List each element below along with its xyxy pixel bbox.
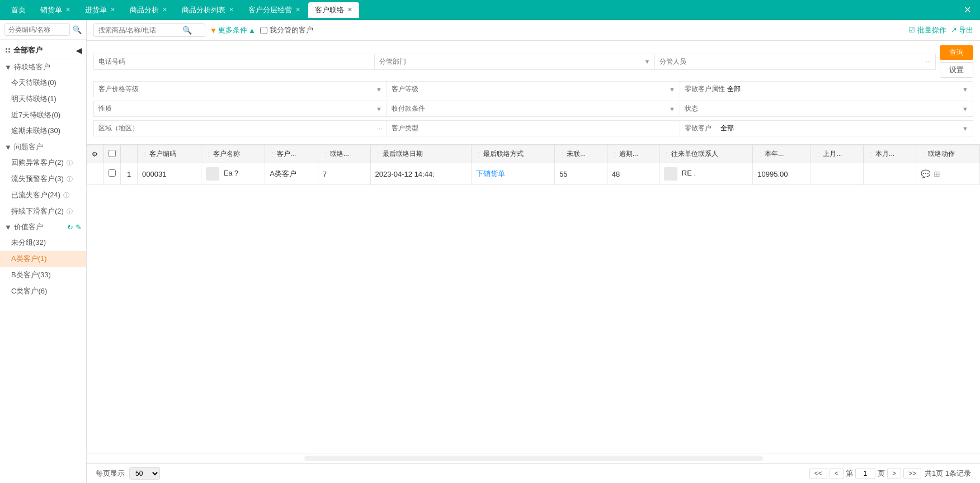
filter-status-dropdown[interactable]: ▼ <box>962 106 968 112</box>
filter-customer-level-dropdown[interactable]: ▼ <box>669 86 675 93</box>
tab-customer-contact-close[interactable]: ✕ <box>347 6 352 13</box>
my-customers-checkbox[interactable] <box>260 27 267 34</box>
page-size-label: 每页显示 <box>96 468 125 479</box>
col-this-year-header[interactable]: ⋮本年... <box>753 145 811 163</box>
query-button[interactable]: 查询 <box>940 45 973 60</box>
filter-status-input[interactable] <box>718 105 960 113</box>
filter-sparse-attr-dropdown[interactable]: ▼ <box>962 86 968 93</box>
col-last-date-header[interactable]: ⋮最后联络日期 <box>370 145 471 163</box>
filter-person-ellipsis[interactable]: ··· <box>926 58 931 65</box>
col-customer-code-header[interactable]: ⋮客户编码 <box>138 145 201 163</box>
filter-dept-dropdown[interactable]: ▼ <box>644 58 650 65</box>
sidebar-item-overdue[interactable]: 逾期未联络(30) <box>0 123 86 139</box>
sidebar-pending-section[interactable]: ▼ 待联络客户 <box>0 59 86 75</box>
horizontal-scroll-track[interactable] <box>304 456 763 461</box>
sidebar-item-a-class[interactable]: A类客户(1) <box>0 251 86 267</box>
tab-purchase[interactable]: 进货单 ✕ <box>78 2 122 18</box>
customer-avatar <box>206 167 219 181</box>
col-settings-header[interactable]: ⚙ <box>87 145 104 163</box>
last-method-link[interactable]: 下销货单 <box>476 169 505 178</box>
edit-icon[interactable]: ✎ <box>76 223 82 231</box>
sidebar-search-icon[interactable]: 🔍 <box>72 25 82 34</box>
filter-payment-dropdown[interactable]: ▼ <box>669 106 675 112</box>
filter-region-ellipsis[interactable]: ··· <box>377 125 382 132</box>
export-button[interactable]: ↗ 导出 <box>951 25 973 35</box>
window-close-button[interactable]: ✕ <box>959 4 976 15</box>
prev-page-button[interactable]: < <box>830 468 844 479</box>
tab-analysis-list-close[interactable]: ✕ <box>229 6 234 13</box>
sidebar-item-ungrouped[interactable]: 未分组(32) <box>0 235 86 251</box>
filter-customer-level: 客户等级 ▼ <box>387 81 680 97</box>
setting-button[interactable]: 设置 <box>940 62 973 78</box>
tab-analysis-list[interactable]: 商品分析列表 ✕ <box>175 2 241 18</box>
col-this-month-header[interactable]: ⋮本月... <box>864 145 916 163</box>
page-size-select[interactable]: 20 50 100 <box>129 467 160 480</box>
table-row: 1 000031 Ea ? A类客户 <box>87 163 980 185</box>
filter-sparse-dropdown[interactable]: ▼ <box>962 125 968 132</box>
col-last-method-header[interactable]: ⋮最后联络方式 <box>471 145 554 163</box>
next-page-button[interactable]: > <box>887 468 901 479</box>
sidebar-all-customers[interactable]: 全部客户 ◀ <box>0 42 86 59</box>
col-contact-header[interactable]: ⋮联络... <box>318 145 370 163</box>
filter-customer-level-input[interactable] <box>425 86 667 93</box>
filter-dept-input[interactable] <box>413 58 642 65</box>
tab-customer-layered-close[interactable]: ✕ <box>295 6 300 13</box>
sidebar-item-repeat-abnormal[interactable]: 回购异常客户(2) ⓘ <box>0 155 86 171</box>
tab-customer-contact[interactable]: 客户联络 ✕ <box>308 2 359 18</box>
filter-sparse-input[interactable] <box>718 125 960 132</box>
last-page-button[interactable]: >> <box>903 468 921 479</box>
filter-nature-dropdown[interactable]: ▼ <box>376 106 382 112</box>
filter-row-3: 性质 ▼ 收付款条件 ▼ 状态 ▼ <box>93 101 973 117</box>
col-checkbox-header[interactable] <box>104 145 121 163</box>
sidebar-item-today[interactable]: 今天待联络(0) <box>0 75 86 91</box>
filter-nature-input[interactable] <box>132 105 374 113</box>
tab-sales[interactable]: 销货单 ✕ <box>34 2 77 18</box>
col-customer-type-header[interactable]: ⋮客户... <box>265 145 318 163</box>
sidebar-search-input[interactable] <box>4 23 70 36</box>
sidebar-problem-section[interactable]: ▼ 问题客户 <box>0 139 86 155</box>
col-customer-name-header[interactable]: ⋮客户名称 <box>201 145 265 163</box>
col-overdue-header[interactable]: ⋮逾期... <box>607 145 659 163</box>
sidebar-collapse-icon[interactable]: ◀ <box>76 46 82 55</box>
sidebar-item-tomorrow[interactable]: 明天待联络(1) <box>0 91 86 107</box>
page-suffix: 页 <box>878 468 885 479</box>
sidebar-item-7days[interactable]: 近7天待联络(0) <box>0 107 86 124</box>
refresh-icon[interactable]: ↻ <box>67 223 73 231</box>
main-search-icon[interactable]: 🔍 <box>182 26 192 35</box>
col-company-contact-header[interactable]: ⋮往来单位联系人 <box>659 145 753 163</box>
filter-person-input[interactable] <box>693 58 924 65</box>
filter-payment-input[interactable] <box>425 105 667 113</box>
filter-region-input[interactable] <box>139 125 375 132</box>
sidebar-item-lost[interactable]: 已流失客户(24) ⓘ <box>0 187 86 203</box>
sidebar-item-c-class[interactable]: C类客户(6) <box>0 283 86 300</box>
tab-customer-layered[interactable]: 客户分层经营 ✕ <box>242 2 307 18</box>
grid-action-icon[interactable]: ⊞ <box>934 169 940 178</box>
col-not-contacted-header[interactable]: ⋮未联... <box>555 145 607 163</box>
main-search-input[interactable] <box>98 26 182 34</box>
filter-sparse-attr-input[interactable] <box>725 86 960 93</box>
sidebar-item-lost-warning[interactable]: 流失预警客户(3) ⓘ <box>0 171 86 187</box>
filter-price-level-input[interactable] <box>139 86 374 93</box>
tab-home[interactable]: 首页 <box>4 2 32 18</box>
my-customers-checkbox-label[interactable]: 我分管的客户 <box>260 25 313 35</box>
filter-price-level-dropdown[interactable]: ▼ <box>376 86 382 93</box>
row-checkbox-cell[interactable] <box>104 163 121 185</box>
filter-phone-input[interactable] <box>132 58 370 65</box>
sidebar-value-section[interactable]: ▼ 价值客户 ↻ ✎ <box>0 219 86 235</box>
tab-analysis[interactable]: 商品分析 ✕ <box>123 2 174 18</box>
chat-action-icon[interactable]: 💬 <box>921 169 930 178</box>
sidebar-item-declining[interactable]: 持续下滑客户(2) ⓘ <box>0 203 86 220</box>
row-checkbox[interactable] <box>109 169 116 177</box>
filter-customer-type-input[interactable] <box>425 125 675 132</box>
current-page-input[interactable] <box>855 468 875 479</box>
col-last-month-header[interactable]: ⋮上月... <box>811 145 864 163</box>
tab-sales-close[interactable]: ✕ <box>65 6 70 13</box>
col-action-header[interactable]: ⋮联络动作 <box>916 145 979 163</box>
select-all-checkbox[interactable] <box>109 150 116 157</box>
tab-purchase-close[interactable]: ✕ <box>110 6 115 13</box>
sidebar-item-b-class[interactable]: B类客户(33) <box>0 267 86 283</box>
batch-op-button[interactable]: ☑ 批量操作 <box>908 25 946 35</box>
tab-analysis-close[interactable]: ✕ <box>162 6 167 13</box>
more-conditions-button[interactable]: ▼ 更多条件 ▲ <box>210 25 256 35</box>
first-page-button[interactable]: << <box>809 468 827 479</box>
